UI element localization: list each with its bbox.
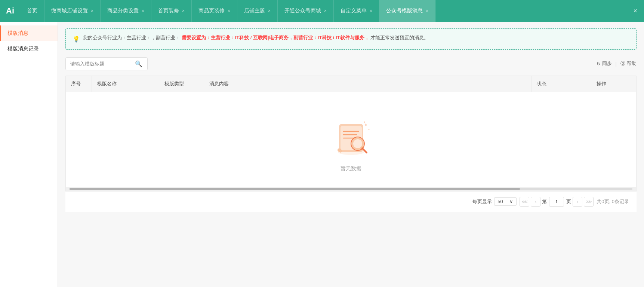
last-page-button[interactable]: ⋙ bbox=[584, 197, 594, 207]
sidebar: 模版消息模版消息记录 bbox=[0, 22, 58, 287]
close-all-button[interactable]: × bbox=[626, 0, 644, 22]
svg-point-10 bbox=[369, 129, 370, 130]
tab-item-home[interactable]: 首页 bbox=[20, 0, 44, 22]
help-icon: ⓪ bbox=[620, 60, 625, 67]
content-area: 💡 您的公众号行业为：主营行业：，副营行业： 需要设置为：主营行业：IT科技 /… bbox=[58, 22, 644, 287]
prev-page-button[interactable]: ‹ bbox=[531, 197, 540, 207]
page-size-select: 每页显示 50 ∨ bbox=[472, 197, 517, 206]
tab-label: 自定义菜单 bbox=[341, 7, 367, 14]
chevron-down-icon: ∨ bbox=[509, 199, 513, 204]
tab-item-weishop[interactable]: 微商城店铺设置× bbox=[44, 0, 101, 22]
scroll-thumb bbox=[70, 188, 520, 190]
tab-label: 商品分类设置 bbox=[107, 7, 139, 14]
tab-label: 首页装修 bbox=[158, 7, 179, 14]
svg-point-9 bbox=[365, 124, 367, 126]
first-page-button[interactable]: ⋘ bbox=[520, 197, 529, 207]
per-page-dropdown[interactable]: 50 ∨ bbox=[494, 197, 517, 206]
tab-item-custommenu[interactable]: 自定义菜单× bbox=[334, 0, 379, 22]
th-status: 状态 bbox=[531, 76, 591, 92]
search-input[interactable] bbox=[66, 58, 131, 69]
empty-state: 暂无数据 bbox=[66, 92, 636, 187]
search-bar: 🔍 ↻ 同步 | ⓪ 帮助 bbox=[65, 57, 637, 70]
tab-label: 店铺主题 bbox=[244, 7, 265, 14]
scroll-track bbox=[70, 188, 632, 190]
tab-close-button[interactable]: × bbox=[182, 8, 185, 13]
tab-close-button[interactable]: × bbox=[370, 8, 372, 13]
th-action: 操作 bbox=[591, 76, 636, 92]
tab-bar: Ai 首页微商城店铺设置×商品分类设置×首页装修×商品页装修×店铺主题×开通公众… bbox=[0, 0, 644, 22]
empty-icon bbox=[329, 115, 373, 159]
search-button[interactable]: 🔍 bbox=[131, 58, 146, 70]
table: 序号模版名称模版类型消息内容状态操作 bbox=[65, 76, 637, 191]
empty-text: 暂无数据 bbox=[341, 165, 361, 172]
pagination: 每页显示 50 ∨ ⋘ ‹ 第 页 › ⋙ 共0页, 0条记录 bbox=[65, 191, 637, 212]
tab-close-button[interactable]: × bbox=[142, 8, 144, 13]
sync-icon: ↻ bbox=[597, 61, 601, 67]
next-page-button[interactable]: › bbox=[573, 197, 582, 207]
help-button[interactable]: ⓪ 帮助 bbox=[620, 60, 637, 67]
tab-label: 开通公众号商城 bbox=[284, 7, 321, 14]
tab-item-productpage[interactable]: 商品页装修× bbox=[192, 0, 237, 22]
page-current: 第 页 bbox=[542, 197, 571, 207]
tab-close-button[interactable]: × bbox=[426, 8, 428, 13]
page-nav: ⋘ ‹ 第 页 › ⋙ bbox=[520, 197, 594, 207]
tab-item-mall[interactable]: 开通公众号商城× bbox=[278, 0, 334, 22]
notice-text: 您的公众号行业为：主营行业：，副营行业： 需要设置为：主营行业：IT科技 / 互… bbox=[83, 34, 429, 42]
tab-close-button[interactable]: × bbox=[228, 8, 230, 13]
tab-label: 商品页装修 bbox=[198, 7, 225, 14]
tab-item-templateMsg[interactable]: 公众号模版消息× bbox=[379, 0, 435, 22]
sync-button[interactable]: ↻ 同步 bbox=[597, 60, 612, 67]
th-content: 消息内容 bbox=[204, 76, 531, 92]
tab-item-category[interactable]: 商品分类设置× bbox=[101, 0, 151, 22]
app-logo: Ai bbox=[0, 0, 20, 22]
notice-banner: 💡 您的公众号行业为：主营行业：，副营行业： 需要设置为：主营行业：IT科技 /… bbox=[65, 28, 637, 50]
tab-close-button[interactable]: × bbox=[324, 8, 327, 13]
svg-point-7 bbox=[353, 139, 362, 148]
tab-label: 首页 bbox=[27, 7, 37, 14]
tab-item-homepage[interactable]: 首页装修× bbox=[151, 0, 192, 22]
table-scrollbar[interactable] bbox=[66, 187, 636, 191]
bulb-icon: 💡 bbox=[73, 34, 80, 44]
tab-close-button[interactable]: × bbox=[268, 8, 271, 13]
sidebar-item-template-msg-log[interactable]: 模版消息记录 bbox=[0, 41, 58, 57]
main-layout: 模版消息模版消息记录 💡 您的公众号行业为：主营行业：，副营行业： 需要设置为：… bbox=[0, 22, 644, 287]
search-input-wrap: 🔍 bbox=[65, 57, 148, 70]
search-actions: ↻ 同步 | ⓪ 帮助 bbox=[597, 60, 637, 67]
svg-line-11 bbox=[364, 121, 365, 123]
page-total: 共0页, 0条记录 bbox=[597, 198, 629, 205]
sidebar-item-template-msg[interactable]: 模版消息 bbox=[0, 25, 58, 41]
divider: | bbox=[616, 61, 617, 67]
tab-label: 微商城店铺设置 bbox=[51, 7, 88, 14]
page-number-input[interactable] bbox=[549, 197, 564, 207]
th-seq: 序号 bbox=[66, 76, 92, 92]
th-type: 模版类型 bbox=[159, 76, 204, 92]
tab-item-theme[interactable]: 店铺主题× bbox=[237, 0, 278, 22]
th-name: 模版名称 bbox=[92, 76, 159, 92]
tab-close-button[interactable]: × bbox=[91, 8, 93, 13]
tab-label: 公众号模版消息 bbox=[386, 7, 423, 14]
table-header: 序号模版名称模版类型消息内容状态操作 bbox=[66, 76, 636, 92]
